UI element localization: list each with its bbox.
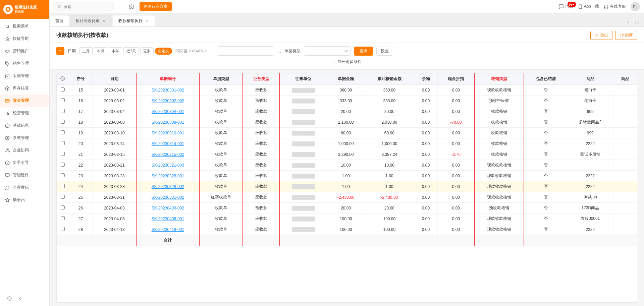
refresh-button[interactable]: 刷新 — [615, 31, 637, 40]
sidebar-item-inventory[interactable]: 库存核算 — [0, 82, 49, 95]
col-settings-header[interactable] — [57, 73, 69, 85]
cell-balance: 0.00 — [414, 181, 438, 192]
filter-7days-btn[interactable]: 近7天 — [123, 47, 139, 55]
doc-no-link[interactable]: SK-20230403-002 — [152, 206, 184, 210]
tab-collection[interactable]: 收款核销执行 × — [113, 15, 155, 26]
table-row[interactable]: 26 2023-04-03 SK-20230403-002 收款单 预收款 ██… — [57, 203, 637, 213]
filter-more-btn[interactable]: 更多 — [140, 47, 154, 55]
tab-collection-close[interactable]: × — [145, 18, 149, 23]
sidebar-settings-btn[interactable] — [5, 294, 14, 303]
user-avatar[interactable]: Rit — [631, 2, 640, 11]
search-input[interactable] — [63, 4, 107, 9]
table-row[interactable]: 24 2023-03-28 SK-20230328-002 收款单 应收款 ██… — [57, 181, 637, 192]
sidebar-item-basic[interactable]: 基础信息 — [0, 119, 49, 132]
cell-checkbox[interactable] — [57, 171, 69, 181]
cell-checkbox[interactable] — [57, 85, 69, 96]
cell-goods2 — [613, 171, 637, 181]
cell-partner: ████████ — [280, 85, 327, 96]
tabs-maximize-btn[interactable] — [633, 18, 641, 26]
cell-checkbox[interactable] — [57, 192, 69, 203]
doc-no-link[interactable]: SK-20230301-002 — [152, 88, 184, 93]
cell-checkbox[interactable] — [57, 160, 69, 171]
solution-button[interactable]: 体验行业方案 — [140, 2, 172, 11]
sidebar-item-hardware[interactable]: 智能硬件 — [0, 169, 49, 181]
cell-checkbox[interactable] — [57, 128, 69, 138]
col-doctype-header: 单据类型 — [199, 73, 243, 85]
sidebar-collapse-btn[interactable] — [15, 294, 25, 303]
filter-doc-type-select[interactable] — [304, 46, 351, 56]
tab-receivable[interactable]: 预计应收付单 × — [70, 15, 112, 26]
sidebar-item-purchase[interactable]: 采购管理 — [0, 70, 49, 82]
table-container: 序号 日期 单据编号 单据类型 业务类型 往来单位 单据金额 累计核销金额 余额… — [56, 73, 637, 303]
filter-custom-btn[interactable]: 自定义 — [155, 48, 172, 55]
doc-no-link[interactable]: SK-20230321-003 — [152, 163, 184, 168]
table-row[interactable]: 22 2023-03-21 SK-20230321-003 收款单 应收款 ██… — [57, 160, 637, 171]
table-row[interactable]: 27 2023-04-08 SK-20230408-001 收款单 应收款 ██… — [57, 213, 637, 224]
table-row[interactable]: 25 2023-03-31 SK-20230331-002 红字收款单 应收款 … — [57, 192, 637, 203]
cell-checkbox[interactable] — [57, 181, 69, 192]
export-button[interactable]: 导出 — [590, 31, 612, 40]
sidebar-item-enterprise[interactable]: 企业协同 — [0, 144, 49, 157]
tabs-close-btn[interactable] — [624, 18, 632, 26]
sidebar-item-sales[interactable]: 销售管理 — [0, 57, 49, 70]
table-row[interactable]: 16 2023-03-02 SK-20230302-002 收款单 预收款 ██… — [57, 96, 637, 106]
svg-point-4 — [6, 62, 7, 63]
filter-this-month-btn[interactable]: 本月 — [94, 47, 107, 55]
table-row[interactable]: 15 2023-03-01 SK-20230301-002 收款单 应收款 ██… — [57, 85, 637, 96]
doc-no-link[interactable]: SK-20230304-001 — [152, 109, 184, 114]
sidebar-item-operations[interactable]: 经营管理 — [0, 107, 49, 119]
cell-checkbox[interactable] — [57, 224, 69, 235]
sidebar-item-finance[interactable]: 资金管理 — [0, 95, 49, 107]
cell-biztype: 应收款 — [243, 128, 280, 138]
sidebar-item-member[interactable]: 畅会员 — [0, 194, 49, 206]
doc-no-link[interactable]: SK-20230418-001 — [152, 227, 184, 232]
online-support-action[interactable]: 在线客服 — [604, 4, 626, 9]
filter-settings-btn[interactable]: 设置 — [376, 47, 393, 56]
search-dropdown-icon[interactable] — [117, 4, 123, 10]
topbar-gear-icon[interactable] — [127, 2, 136, 11]
tab-receivable-close[interactable]: × — [102, 19, 106, 23]
table-row[interactable]: 17 2023-03-04 SK-20230304-001 收款单 应收款 ██… — [57, 106, 637, 117]
table-row[interactable]: 19 2023-03-10 SK-20230310-001 收款单 应收款 ██… — [57, 128, 637, 138]
cell-checkbox[interactable] — [57, 117, 69, 128]
filter-last-month-btn[interactable]: 上月 — [79, 47, 93, 55]
app-download-action[interactable]: App下载 — [578, 4, 599, 9]
cell-checkbox[interactable] — [57, 106, 69, 117]
filter-this-year-btn[interactable]: 本年 — [109, 47, 122, 55]
doc-no-link[interactable]: SK-20230310-001 — [152, 131, 184, 135]
doc-no-link[interactable]: SK-20230302-002 — [152, 99, 184, 103]
sidebar-item-search[interactable]: 搜索菜单 — [0, 20, 49, 33]
cell-date: 2023-03-08 — [93, 117, 137, 128]
doc-no-link[interactable]: SK-20230331-002 — [152, 195, 184, 200]
sidebar-item-system[interactable]: 系统管理 — [0, 132, 49, 144]
doc-no-link[interactable]: SK-20230328-002 — [152, 184, 184, 189]
doc-no-link[interactable]: SK-20230408-001 — [152, 217, 184, 221]
sidebar-item-guide[interactable]: 新手引导 — [0, 157, 49, 169]
sidebar-item-wechat[interactable]: 企业微信 — [0, 181, 49, 194]
cell-seq: 25 — [69, 192, 93, 203]
sidebar-item-marketing[interactable]: 营销推广 — [0, 45, 49, 57]
filter-expand-btn[interactable]: 展开更多条件 — [56, 58, 637, 66]
filter-toggle-btn[interactable]: » — [56, 47, 64, 55]
table-row[interactable]: 28 2023-04-18 SK-20230418-001 收款单 应收款 ██… — [57, 224, 637, 235]
cell-checkbox[interactable] — [57, 203, 69, 213]
table-row[interactable]: 23 2023-03-28 SK-20230328-001 收款单 应收款 ██… — [57, 171, 637, 181]
cell-checkbox[interactable] — [57, 138, 69, 149]
svg-point-32 — [62, 78, 63, 79]
message-action[interactable]: 消息 99+ — [558, 4, 573, 9]
doc-no-link[interactable]: SK-20230315-002 — [152, 152, 184, 157]
sidebar-item-shortcuts[interactable]: 快捷导航 — [0, 33, 49, 45]
table-row[interactable]: 21 2023-03-15 SK-20230315-002 收款单 应收款 ██… — [57, 149, 637, 160]
col-seq-header: 序号 — [69, 73, 93, 85]
table-row[interactable]: 18 2023-03-08 SK-20230308-001 收款单 应收款 ██… — [57, 117, 637, 128]
tab-home[interactable]: 首页 — [50, 15, 69, 26]
doc-no-link[interactable]: SK-20230328-001 — [152, 174, 184, 178]
filter-partner-input[interactable] — [218, 46, 274, 56]
table-row[interactable]: 20 2023-03-14 SK-20230314-001 收款单 应收款 ██… — [57, 138, 637, 149]
doc-no-link[interactable]: SK-20230308-001 — [152, 120, 184, 125]
cell-checkbox[interactable] — [57, 96, 69, 106]
cell-checkbox[interactable] — [57, 149, 69, 160]
cell-checkbox[interactable] — [57, 213, 69, 224]
filter-query-btn[interactable]: 查询 — [354, 47, 373, 56]
doc-no-link[interactable]: SK-20230314-001 — [152, 141, 184, 146]
